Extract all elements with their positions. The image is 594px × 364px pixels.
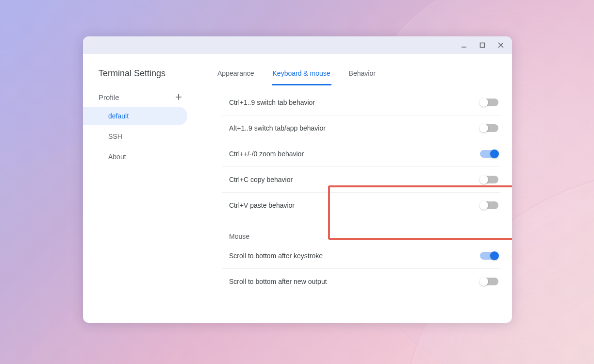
setting-ctrl-v-paste: Ctrl+V paste behavior: [222, 193, 500, 218]
setting-label: Ctrl+1..9 switch tab behavior: [229, 99, 315, 106]
toggle-ctrl-c-copy[interactable]: [480, 176, 498, 183]
setting-alt-num-tab: Alt+1..9 switch tab/app behavior: [222, 116, 500, 141]
setting-scroll-keystroke: Scroll to bottom after keystroke: [222, 243, 500, 269]
tab-label: Keyboard & mouse: [273, 69, 330, 77]
setting-label: Ctrl++/-/0 zoom behavior: [229, 150, 304, 158]
settings-list: Ctrl+1..9 switch tab behavior Alt+1..9 s…: [212, 86, 505, 294]
tab-keyboard-mouse[interactable]: Keyboard & mouse: [272, 66, 331, 85]
sidebar-item-default[interactable]: default: [83, 107, 187, 125]
main-panel: Appearance Keyboard & mouse Behavior Ctr…: [192, 54, 512, 323]
toggle-ctrl-v-paste[interactable]: [480, 201, 498, 209]
profile-label: Profile: [99, 93, 119, 101]
window-content: Terminal Settings Profile default SSH Ab…: [83, 54, 512, 323]
profile-header: Profile: [83, 89, 192, 105]
sidebar-item-label: About: [108, 153, 126, 161]
setting-label: Alt+1..9 switch tab/app behavior: [229, 124, 326, 132]
setting-label: Scroll to bottom after keystroke: [229, 252, 323, 260]
titlebar: [83, 36, 512, 54]
setting-ctrl-zoom: Ctrl++/-/0 zoom behavior: [222, 141, 500, 167]
toggle-alt-num-tab[interactable]: [480, 124, 498, 132]
sidebar-item-ssh[interactable]: SSH: [83, 127, 187, 146]
toggle-scroll-keystroke[interactable]: [480, 252, 498, 260]
toggle-ctrl-num-tab[interactable]: [480, 99, 498, 106]
minimize-button[interactable]: [457, 38, 471, 52]
sidebar-item-label: SSH: [108, 132, 122, 140]
svg-rect-1: [480, 43, 485, 48]
close-button[interactable]: [494, 38, 508, 52]
tab-label: Appearance: [217, 69, 254, 77]
tab-label: Behavior: [349, 69, 376, 77]
setting-scroll-output: Scroll to bottom after new output: [222, 269, 500, 294]
setting-label: Ctrl+C copy behavior: [229, 176, 293, 183]
plus-icon: [175, 93, 182, 101]
tab-behavior[interactable]: Behavior: [348, 66, 377, 85]
add-profile-button[interactable]: [174, 92, 183, 102]
sidebar-item-about[interactable]: About: [83, 148, 187, 166]
sidebar: Terminal Settings Profile default SSH Ab…: [83, 54, 192, 323]
tab-bar: Appearance Keyboard & mouse Behavior: [212, 66, 505, 86]
toggle-scroll-output[interactable]: [480, 278, 498, 285]
setting-label: Scroll to bottom after new output: [229, 278, 327, 285]
setting-ctrl-num-tab: Ctrl+1..9 switch tab behavior: [222, 90, 500, 116]
setting-ctrl-c-copy: Ctrl+C copy behavior: [222, 167, 500, 193]
sidebar-item-label: default: [108, 112, 129, 120]
tab-appearance[interactable]: Appearance: [216, 66, 255, 85]
settings-window: Terminal Settings Profile default SSH Ab…: [83, 36, 512, 323]
toggle-ctrl-zoom[interactable]: [480, 150, 498, 158]
setting-label: Ctrl+V paste behavior: [229, 201, 295, 209]
section-mouse: Mouse: [222, 218, 500, 243]
maximize-button[interactable]: [475, 38, 490, 52]
page-title: Terminal Settings: [83, 66, 192, 89]
